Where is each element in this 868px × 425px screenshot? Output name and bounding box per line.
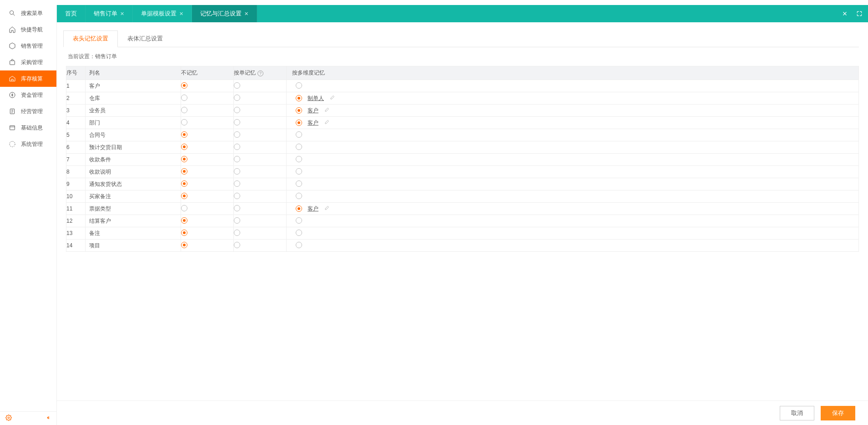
radio-bydim[interactable] [296,230,302,236]
cell-index: 11 [66,203,86,215]
radio-bydim[interactable] [296,242,302,248]
radio-bydoc[interactable] [234,242,240,248]
col-header-none: 不记忆 [181,66,234,80]
radio-none[interactable] [181,205,187,211]
radio-bydim[interactable] [296,156,302,162]
radio-none[interactable] [181,217,187,224]
cell-index: 6 [66,141,86,154]
sidebar-item-label: 经营管理 [21,108,43,115]
col-header-index: 序号 [66,66,86,80]
radio-bydoc[interactable] [234,193,240,199]
sidebar-item-4[interactable]: 库存核算 [0,70,56,87]
radio-bydim[interactable] [296,180,302,187]
close-all-tabs-button[interactable] [840,9,850,19]
edit-icon[interactable] [324,120,329,126]
radio-none[interactable] [181,180,187,187]
radio-bydoc[interactable] [234,107,240,113]
radio-bydoc[interactable] [234,205,240,211]
cell-name: 收款说明 [86,166,181,178]
cell-index: 14 [66,240,86,252]
edit-icon[interactable] [329,95,335,102]
radio-bydim[interactable] [296,95,302,101]
radio-none[interactable] [181,95,187,101]
radio-bydoc[interactable] [234,217,240,224]
table-row: 10买家备注 [66,190,859,203]
radio-none[interactable] [181,230,187,236]
radio-none[interactable] [181,193,187,199]
tab-3[interactable]: 记忆与汇总设置✕ [192,5,257,22]
radio-bydim[interactable] [296,217,302,224]
cell-index: 12 [66,215,86,227]
inner-tabs: 表头记忆设置表体汇总设置 [63,30,859,47]
radio-bydoc[interactable] [234,144,240,150]
tab-1[interactable]: 销售订单✕ [86,5,133,22]
sale-icon [8,42,16,50]
help-icon[interactable]: ? [257,70,263,76]
radio-none[interactable] [181,119,187,125]
edit-icon[interactable] [324,205,329,212]
dimension-link[interactable]: 客户 [308,205,318,213]
radio-none[interactable] [181,156,187,162]
radio-none[interactable] [181,242,187,248]
sidebar-item-3[interactable]: 采购管理 [0,54,56,70]
edit-icon[interactable] [324,107,329,114]
radio-bydoc[interactable] [234,131,240,138]
svg-point-5 [10,141,15,147]
close-icon[interactable]: ✕ [179,11,183,17]
radio-bydoc[interactable] [234,95,240,101]
cell-index: 1 [66,80,86,92]
fullscreen-button[interactable] [854,9,864,19]
radio-bydoc[interactable] [234,119,240,125]
radio-bydim[interactable] [296,120,302,126]
sidebar-item-0[interactable]: 搜索菜单 [0,5,56,21]
cell-name: 合同号 [86,129,181,141]
radio-bydoc[interactable] [234,168,240,175]
radio-none[interactable] [181,82,187,89]
table-row: 3业务员客户 [66,105,859,117]
content-panel: 表头记忆设置表体汇总设置 当前设置：销售订单 序号 列名 不记忆 按单记忆? 按… [57,22,868,340]
radio-bydoc[interactable] [234,230,240,236]
radio-none[interactable] [181,168,187,175]
radio-none[interactable] [181,107,187,113]
radio-bydim[interactable] [296,193,302,199]
table-row: 13备注 [66,227,859,240]
sidebar-item-label: 搜索菜单 [21,10,43,17]
tab-0[interactable]: 首页 [57,5,86,22]
cell-index: 2 [66,92,86,105]
radio-bydoc[interactable] [234,180,240,187]
memory-settings-table: 序号 列名 不记忆 按单记忆? 按多维度记忆 1客户2仓库制单人3业务员客户4部… [66,66,859,252]
radio-bydim[interactable] [296,131,302,138]
sidebar-item-2[interactable]: 销售管理 [0,38,56,54]
radio-bydim[interactable] [296,82,302,89]
inner-tab-0[interactable]: 表头记忆设置 [63,30,118,47]
close-icon[interactable]: ✕ [120,11,124,17]
radio-bydoc[interactable] [234,82,240,89]
radio-bydim[interactable] [296,107,302,114]
cart-icon [8,58,16,66]
sidebar-item-label: 基础信息 [21,124,43,132]
radio-bydim[interactable] [296,205,302,212]
tab-2[interactable]: 单据模板设置✕ [133,5,192,22]
sidebar-item-8[interactable]: 系统管理 [0,136,56,152]
sidebar-item-6[interactable]: 经营管理 [0,103,56,120]
svg-point-0 [10,11,14,15]
close-icon[interactable]: ✕ [244,11,248,17]
dimension-link[interactable]: 客户 [308,119,318,127]
radio-bydoc[interactable] [234,156,240,162]
current-setting-label: 当前设置：销售订单 [66,53,859,60]
radio-none[interactable] [181,131,187,138]
sidebar-item-7[interactable]: 基础信息 [0,120,56,136]
table-row: 2仓库制单人 [66,92,859,105]
cell-name: 业务员 [86,105,181,117]
dimension-link[interactable]: 客户 [308,107,318,115]
sidebar-item-1[interactable]: 快捷导航 [0,21,56,38]
sidebar-item-5[interactable]: 资金管理 [0,87,56,103]
dimension-link[interactable]: 制单人 [308,95,324,102]
radio-none[interactable] [181,144,187,150]
table-row: 7收款条件 [66,154,859,166]
cell-index: 13 [66,227,86,240]
inner-tab-1[interactable]: 表体汇总设置 [118,30,172,47]
cell-index: 7 [66,154,86,166]
radio-bydim[interactable] [296,168,302,175]
radio-bydim[interactable] [296,144,302,150]
